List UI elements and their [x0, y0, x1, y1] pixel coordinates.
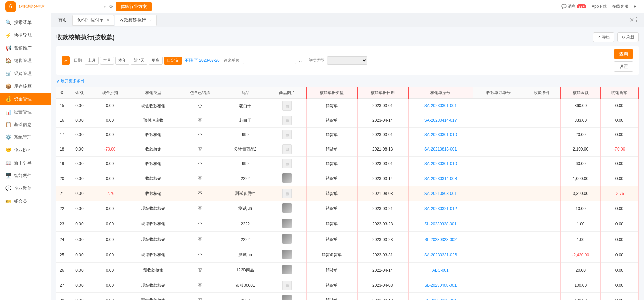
cell-bill-no[interactable]: SL-20230328-002 — [408, 232, 473, 247]
sidebar-label-marketing: 营销推广 — [14, 45, 32, 51]
tab-prepaid[interactable]: 预付冲应付单 × — [72, 15, 114, 26]
sidebar-item-sales[interactable]: 🏠 销售管理 — [0, 54, 51, 67]
sidebar-item-purchase[interactable]: 🛒 采购管理 — [0, 67, 51, 80]
cell-receipt-order — [473, 171, 523, 186]
cell-discount: 0.00 — [92, 128, 128, 142]
date-filter-group: 日期 上月 本月 本年 近7天 更多 自定义 不限 至 2023-07-26 — [74, 57, 220, 65]
cell-bill-no[interactable]: SA-20230314-008 — [408, 171, 473, 186]
cell-type: 收款核销 — [128, 142, 178, 157]
cell-receipt-order — [473, 201, 523, 216]
cell-amount: 1.00 — [561, 232, 600, 247]
sidebar-label-hardware: 智能硬件 — [14, 173, 32, 179]
tab-home[interactable]: 首页 — [54, 15, 72, 25]
main-area: 首页 预付冲应付单 × 收款核销执行 × ✕ ⛶ 收款核销执行(按收款) ↗ — [51, 13, 644, 300]
date-btn-this-month[interactable]: 本月 — [100, 57, 114, 65]
product-image — [282, 250, 292, 259]
tab-collection-close[interactable]: × — [149, 18, 151, 22]
app-download-link[interactable]: App下载 — [592, 4, 607, 9]
date-btn-more[interactable]: 更多 — [149, 57, 163, 65]
cell-product-img: ▤ — [269, 142, 306, 157]
setting-button[interactable]: 设置 — [614, 61, 633, 72]
cell-bill-no[interactable]: SA-20230301-010 — [408, 157, 473, 171]
window-close-icon[interactable]: ✕ — [630, 17, 634, 23]
cell-amount: 60.00 — [561, 157, 600, 171]
cell-amount: 1.00 — [561, 216, 600, 232]
date-range-display: 不限 至 2023-07-26 — [185, 58, 220, 63]
settings-gear-icon[interactable]: ⚙ — [109, 3, 113, 10]
cell-bill-no[interactable]: SA-20230301-001 — [408, 99, 473, 113]
date-btn-last-month[interactable]: 上月 — [85, 57, 99, 65]
cell-product-img — [269, 216, 306, 232]
cell-bill-no[interactable]: SL-20230328-001 — [408, 216, 473, 232]
cell-receipt-cond — [523, 293, 561, 300]
sidebar-item-guide[interactable]: 📖 新手引导 — [0, 157, 51, 169]
partner-input[interactable] — [243, 57, 296, 64]
sidebar-item-business[interactable]: 📊 经营管理 — [0, 105, 51, 118]
query-button[interactable]: 查询 — [614, 49, 633, 59]
tab-prepaid-close[interactable]: × — [107, 18, 109, 22]
sidebar-item-inventory[interactable]: 📦 库存核算 — [0, 80, 51, 93]
cell-type: 预付冲应收 — [128, 113, 178, 128]
sidebar-label-inventory: 库存核算 — [14, 83, 32, 89]
col-header-gear[interactable]: ⚙ — [56, 87, 67, 99]
sidebar-item-basic[interactable]: 📋 基础信息 — [0, 118, 51, 131]
cell-bill-no[interactable]: SA-20230321-012 — [408, 201, 473, 216]
cell-bill-no[interactable]: SA-20210813-001 — [408, 142, 473, 157]
date-btn-last-7[interactable]: 近7天 — [131, 57, 147, 65]
refresh-button[interactable]: ↻ 刷新 — [617, 32, 639, 42]
cell-receipt-cond — [523, 232, 561, 247]
cell-bill-no[interactable]: SA-20230414-017 — [408, 113, 473, 128]
tab-collection[interactable]: 收款核销执行 × — [115, 15, 156, 26]
sidebar-item-member[interactable]: 🎫 畅会员 — [0, 195, 51, 208]
filter-actions: 查询 设置 — [614, 49, 633, 72]
cell-bill-date: 2023-03-14 — [357, 171, 408, 186]
window-maximize-icon[interactable]: ⛶ — [636, 17, 641, 23]
online-service-link[interactable]: 在线客服 — [612, 4, 628, 9]
sidebar-item-wechat[interactable]: 💬 企业微信 — [0, 182, 51, 195]
messages-area[interactable]: 💬 消息 99+ — [561, 4, 586, 9]
cell-row-no: 23 — [56, 216, 67, 232]
cell-bill-no[interactable]: SL-20230418-001 — [408, 293, 473, 300]
date-btn-custom[interactable]: 自定义 — [164, 57, 182, 65]
cell-write-off-disc: 0.00 — [600, 232, 638, 247]
expand-label: 展开更多条件 — [61, 78, 85, 84]
product-image — [282, 173, 292, 183]
sidebar-item-quick-nav[interactable]: ⚡ 快捷导航 — [0, 29, 51, 42]
cell-settled: 否 — [178, 99, 221, 113]
sidebar-item-hardware[interactable]: 🖥️ 智能硬件 — [0, 169, 51, 182]
cell-row-no: 20 — [56, 171, 67, 186]
cell-bill-date: 2023-04-14 — [357, 113, 408, 128]
partner-filter-group: 往来单位 ... — [224, 57, 304, 64]
sidebar-item-marketing[interactable]: 📢 营销推广 — [0, 42, 51, 54]
collab-icon: 🤝 — [5, 147, 11, 153]
cell-balance: 0.00 — [67, 186, 91, 201]
cell-product: 老白干 — [222, 99, 269, 113]
sales-icon: 🏠 — [5, 58, 11, 64]
cell-balance: 0.00 — [67, 171, 91, 186]
cell-bill-no[interactable]: SL-20230408-001 — [408, 278, 473, 293]
cell-bill-type: 销货单 — [306, 201, 357, 216]
sidebar-item-finance[interactable]: 💰 资金管理 — [0, 93, 51, 105]
date-btn-this-year[interactable]: 本年 — [115, 57, 129, 65]
cell-type: 现结收款核销 — [128, 293, 178, 300]
cell-bill-no[interactable]: ABC-001 — [408, 263, 473, 278]
cell-settled: 否 — [178, 247, 221, 263]
cell-bill-no[interactable]: SA-20230331-026 — [408, 247, 473, 263]
cell-bill-no[interactable]: SA-20210808-001 — [408, 186, 473, 201]
filter-toggle-button[interactable]: » — [62, 56, 70, 65]
cell-bill-no[interactable]: SA-20230301-010 — [408, 128, 473, 142]
user-name: Rit — [634, 4, 639, 9]
order-type-select[interactable] — [327, 56, 367, 65]
sidebar-item-search[interactable]: 🔍 搜索菜单 — [0, 16, 51, 29]
cell-receipt-cond — [523, 113, 561, 128]
solution-button[interactable]: 体验行业方案 — [116, 2, 152, 11]
expand-conditions-button[interactable]: ∨ 展开更多条件 — [56, 78, 639, 84]
order-type-label: 单据类型 — [308, 58, 324, 63]
export-button[interactable]: ↗ 导出 — [593, 32, 614, 42]
cell-bill-type: 销货单 — [306, 99, 357, 113]
sidebar-item-system[interactable]: ⚙️ 系统管理 — [0, 131, 51, 144]
cell-write-off-disc: 0.00 — [600, 171, 638, 186]
cell-discount: 0.00 — [92, 157, 128, 171]
cell-receipt-order — [473, 128, 523, 142]
sidebar-item-collab[interactable]: 🤝 企业协同 — [0, 144, 51, 157]
